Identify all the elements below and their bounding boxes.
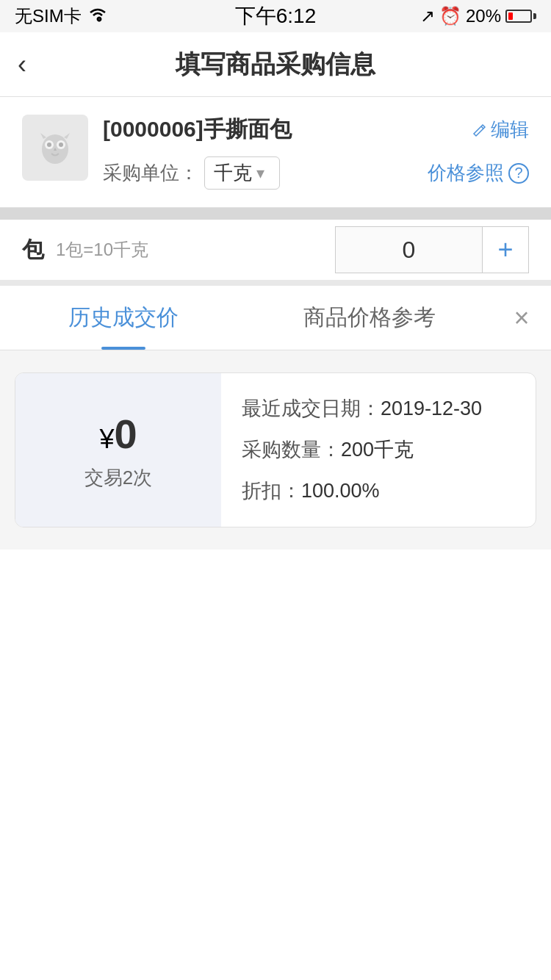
page-title: 填写商品采购信息 <box>176 48 375 82</box>
quantity-conversion: 1包=10千克 <box>56 238 335 262</box>
discount-row: 折扣：100.00% <box>242 478 515 505</box>
svg-point-3 <box>47 143 51 147</box>
bottom-area <box>0 550 551 980</box>
back-button[interactable]: ‹ <box>18 49 26 80</box>
price-subtitle: 交易2次 <box>84 465 152 491</box>
tab-history-price[interactable]: 历史成交价 <box>0 286 246 350</box>
price-card-right: 最近成交日期：2019-12-30 采购数量：200千克 折扣：100.00% <box>221 373 536 527</box>
location-icon: ↗ <box>420 6 435 26</box>
tabs-container: 历史成交价 商品价格参考 × <box>0 286 551 350</box>
status-time: 下午6:12 <box>235 2 317 30</box>
product-thumbnail <box>22 115 88 181</box>
dropdown-arrow-icon: ▾ <box>256 164 264 183</box>
status-left: 无SIM卡 <box>15 4 108 28</box>
unit-select[interactable]: 千克 ▾ <box>204 156 280 190</box>
wifi-icon <box>87 6 108 26</box>
tab-close-button[interactable]: × <box>492 286 551 350</box>
alarm-icon: ⏰ <box>439 6 461 26</box>
price-card: ¥0 交易2次 最近成交日期：2019-12-30 采购数量：200千克 折扣：… <box>15 372 536 527</box>
section-divider <box>0 208 551 220</box>
recent-date-row: 最近成交日期：2019-12-30 <box>242 395 515 423</box>
price-amount-display: ¥0 <box>99 410 137 458</box>
quantity-row-detail: 采购数量：200千克 <box>242 436 515 464</box>
quantity-unit-label: 包 <box>22 235 44 265</box>
price-currency: ¥ <box>99 424 114 454</box>
edit-button[interactable]: 编辑 <box>472 117 529 143</box>
price-ref-button[interactable]: 价格参照 ? <box>428 160 529 186</box>
quantity-control: + <box>335 226 529 273</box>
battery-percent: 20% <box>466 6 501 26</box>
help-icon: ? <box>508 163 529 184</box>
status-right: ↗ ⏰ 20% <box>420 6 536 26</box>
svg-point-4 <box>59 143 63 147</box>
product-name: [0000006]手撕面包 <box>103 115 292 145</box>
carrier-label: 无SIM卡 <box>15 4 82 28</box>
nav-bar: ‹ 填写商品采购信息 <box>0 32 551 97</box>
price-card-area: ¥0 交易2次 最近成交日期：2019-12-30 采购数量：200千克 折扣：… <box>0 350 551 550</box>
quantity-plus-button[interactable]: + <box>482 226 529 273</box>
product-card: [0000006]手撕面包 编辑 采购单位： 千克 ▾ 价格参照 ? <box>0 97 551 208</box>
battery-icon <box>505 10 536 23</box>
unit-label: 采购单位： 千克 ▾ <box>103 156 280 190</box>
tab-underline <box>101 347 145 350</box>
price-value: 0 <box>114 411 137 457</box>
product-info: [0000006]手撕面包 编辑 采购单位： 千克 ▾ 价格参照 ? <box>103 115 529 190</box>
quantity-input[interactable] <box>335 226 482 273</box>
status-bar: 无SIM卡 下午6:12 ↗ ⏰ 20% <box>0 0 551 32</box>
tab-price-reference[interactable]: 商品价格参考 <box>246 286 492 350</box>
price-card-left: ¥0 交易2次 <box>15 373 221 527</box>
quantity-row: 包 1包=10千克 + <box>0 220 551 286</box>
